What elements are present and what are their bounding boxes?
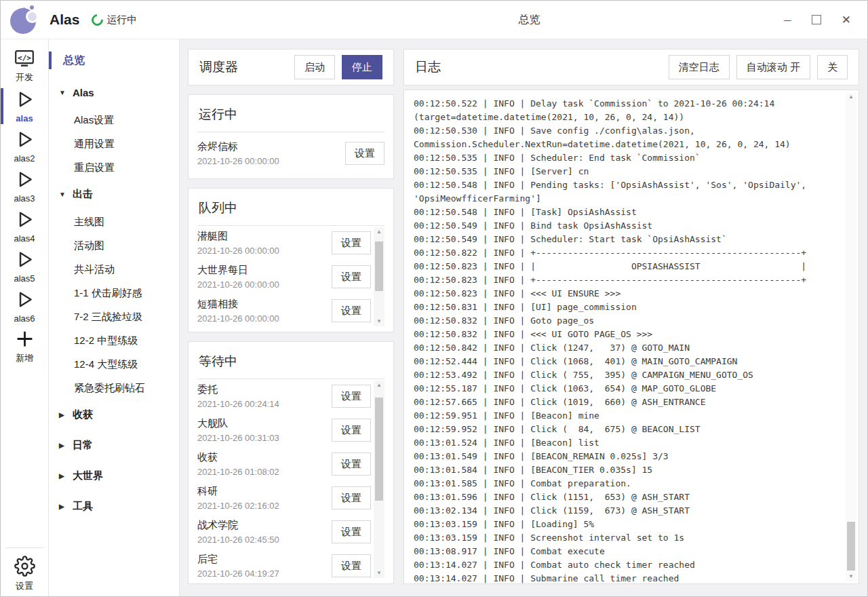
scrollbar-thumb[interactable] (847, 522, 855, 571)
instance-sidebar: </>开发alasalas2alas3alas4alas5alas6新增 设置 (1, 39, 49, 596)
menu-item[interactable]: 1-1 伏击刷好感 (49, 281, 179, 305)
menu-group-label: 工具 (73, 500, 93, 513)
play-icon (14, 249, 35, 273)
sidebar-item-develop[interactable]: </>开发 (1, 46, 48, 86)
task-setting-button[interactable]: 设置 (332, 486, 371, 509)
scroll-up-icon[interactable]: ▲ (376, 227, 382, 237)
task-next-run-time: 2021-10-26 01:08:02 (197, 467, 332, 477)
task-row: 收获2021-10-26 01:08:02设置 (197, 447, 371, 481)
menu-item[interactable]: 紧急委托刷钻石 (49, 376, 179, 400)
gear-icon (14, 556, 35, 579)
chevron-collapsed-icon: ▶ (59, 503, 66, 510)
sidebar-divider (5, 547, 43, 548)
sidebar-bottom: 设置 (1, 547, 48, 596)
log-output: 00:12:50.522 | INFO | Delay task `Commis… (414, 97, 838, 584)
scroll-down-icon[interactable]: ▼ (376, 317, 382, 326)
scroll-down-icon[interactable]: ▼ (376, 569, 382, 578)
menu-group-tools-group[interactable]: ▶工具 (49, 491, 179, 522)
log-panel: 00:12:50.522 | INFO | Delay task `Commis… (403, 90, 859, 584)
task-info: 委托2021-10-26 00:24:14 (197, 383, 332, 409)
scroll-up-icon[interactable]: ▲ (376, 381, 382, 390)
start-button[interactable]: 启动 (294, 55, 335, 79)
task-setting-button[interactable]: 设置 (332, 419, 371, 442)
scrollbar-thumb[interactable] (375, 242, 383, 291)
code-monitor-icon: </> (14, 50, 35, 71)
play-icon (14, 289, 35, 313)
menu-group-attack-group[interactable]: ▼出击 (49, 179, 179, 210)
plus-icon (15, 329, 35, 351)
log-panel-header: 日志 清空日志 自动滚动 开 关 (403, 49, 859, 85)
task-name: 后宅 (197, 553, 332, 566)
menu-group-alas-group[interactable]: ▼Alas (49, 77, 179, 108)
menu-group-opsi-group[interactable]: ▶大世界 (49, 461, 179, 491)
menu-sidebar: 总览 ▼AlasAlas设置通用设置重启设置▼出击主线图活动图共斗活动1-1 伏… (49, 39, 180, 596)
sidebar-item-alas[interactable]: alas (1, 86, 48, 126)
menu-group-harvest-group[interactable]: ▶收获 (49, 400, 179, 430)
app-window: Alas 运行中 总览 ─ ✕ </>开发alasalas2alas3alas4… (0, 0, 868, 597)
scroll-down-icon[interactable]: ▼ (848, 572, 854, 581)
app-body: </>开发alasalas2alas3alas4alas5alas6新增 设置 … (1, 39, 867, 596)
menu-group-label: 收获 (73, 408, 93, 421)
task-info: 潜艇图2021-10-26 00:00:00 (197, 230, 332, 256)
task-next-run-time: 2021-10-26 00:31:03 (197, 433, 332, 443)
stop-button[interactable]: 停止 (342, 55, 382, 79)
sidebar-item-alas2[interactable]: alas2 (1, 126, 48, 166)
scheduler-title: 调度器 (199, 58, 238, 76)
sidebar-item-alas3[interactable]: alas3 (1, 166, 48, 206)
scrollbar-thumb[interactable] (375, 398, 383, 501)
sidebar-item-alas4[interactable]: alas4 (1, 206, 48, 246)
task-name: 潜艇图 (197, 230, 332, 243)
autoscroll-on-button[interactable]: 自动滚动 开 (736, 55, 810, 79)
task-info: 短猫相接2021-10-26 00:00:00 (197, 298, 332, 324)
menu-item-overview[interactable]: 总览 (49, 50, 179, 71)
app-title: Alas (50, 12, 79, 28)
running-card: 运行中 余烬信标2021-10-26 00:00:00设置 (188, 94, 394, 179)
sidebar-item-alas6[interactable]: alas6 (1, 286, 48, 326)
task-setting-button[interactable]: 设置 (332, 299, 371, 322)
log-column: 日志 清空日志 自动滚动 开 关 00:12:50.522 | INFO | D… (403, 49, 859, 584)
pending-card-title: 队列中 (197, 194, 384, 226)
task-setting-button[interactable]: 设置 (345, 142, 384, 165)
sidebar-item-settings[interactable]: 设置 (1, 554, 48, 594)
selected-indicator (1, 88, 3, 124)
menu-item[interactable]: 共斗活动 (49, 257, 179, 281)
task-name: 大舰队 (197, 417, 332, 430)
clear-log-button[interactable]: 清空日志 (669, 55, 730, 79)
task-next-run-time: 2021-10-26 04:19:27 (197, 569, 332, 579)
task-next-run-time: 2021-10-26 00:00:00 (197, 156, 345, 166)
scroll-up-icon[interactable]: ▲ (848, 92, 854, 102)
task-next-run-time: 2021-10-26 00:00:00 (197, 280, 332, 290)
task-setting-button[interactable]: 设置 (332, 554, 371, 577)
minimize-button[interactable]: ─ (784, 15, 791, 25)
menu-item[interactable]: Alas设置 (49, 108, 179, 132)
waiting-task-list: 委托2021-10-26 00:24:14设置大舰队2021-10-26 00:… (197, 379, 371, 579)
sidebar-item-label: alas2 (14, 153, 35, 163)
task-setting-button[interactable]: 设置 (332, 385, 371, 408)
autoscroll-off-button[interactable]: 关 (817, 55, 848, 79)
maximize-button[interactable] (812, 15, 821, 24)
instance-list: </>开发alasalas2alas3alas4alas5alas6新增 (1, 46, 48, 366)
menu-item[interactable]: 主线图 (49, 210, 179, 233)
task-row: 委托2021-10-26 00:24:14设置 (197, 379, 371, 413)
close-button[interactable]: ✕ (842, 14, 851, 26)
task-setting-button[interactable]: 设置 (332, 265, 371, 288)
sidebar-item-label: alas4 (14, 233, 35, 244)
menu-item[interactable]: 活动图 (49, 233, 179, 257)
menu-item[interactable]: 7-2 三战捡垃圾 (49, 305, 179, 328)
task-setting-button[interactable]: 设置 (332, 520, 371, 543)
menu-group-daily-group[interactable]: ▶日常 (49, 430, 179, 461)
running-task-list: 余烬信标2021-10-26 00:00:00设置 (197, 132, 384, 174)
task-setting-button[interactable]: 设置 (332, 452, 371, 476)
sidebar-item-add[interactable]: 新增 (1, 326, 48, 366)
task-row: 后宅2021-10-26 04:19:27设置 (197, 549, 371, 579)
menu-item[interactable]: 通用设置 (49, 132, 179, 155)
menu-item[interactable]: 12-2 中型练级 (49, 328, 179, 352)
sidebar-item-alas5[interactable]: alas5 (1, 246, 48, 286)
task-setting-button[interactable]: 设置 (332, 231, 371, 254)
sidebar-item-label: alas3 (14, 193, 35, 204)
menu-item[interactable]: 重启设置 (49, 155, 179, 179)
play-icon (14, 129, 35, 153)
menu-item[interactable]: 12-4 大型练级 (49, 352, 179, 376)
running-card-title: 运行中 (197, 100, 384, 132)
scheduler-status-label: 运行中 (106, 14, 137, 26)
